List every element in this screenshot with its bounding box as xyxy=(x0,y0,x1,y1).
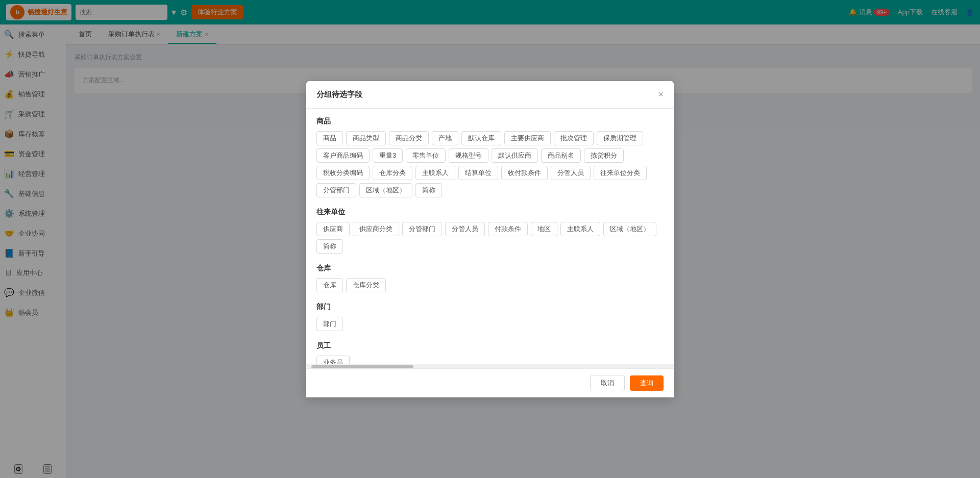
modal-close-button[interactable]: × xyxy=(658,89,664,100)
field-tag-partner-4[interactable]: 付款条件 xyxy=(488,222,528,236)
field-tag-goods-20[interactable]: 分管人员 xyxy=(551,166,591,180)
cancel-button[interactable]: 取消 xyxy=(590,375,625,391)
field-tag-goods-24[interactable]: 简称 xyxy=(415,183,442,197)
field-tag-goods-14[interactable]: 拣货积分 xyxy=(584,148,624,163)
field-tags-employee: 业务员 xyxy=(316,356,664,365)
field-tag-partner-8[interactable]: 简称 xyxy=(316,239,343,254)
modal-title: 分组待选字段 xyxy=(316,90,362,99)
field-tags-department: 部门 xyxy=(316,317,664,331)
modal-header: 分组待选字段 × xyxy=(306,81,674,109)
field-tag-goods-10[interactable]: 零售单位 xyxy=(406,148,446,163)
field-tag-partner-5[interactable]: 地区 xyxy=(531,222,557,236)
section-title-department: 部门 xyxy=(316,303,664,312)
modal-horizontal-scrollbar xyxy=(306,364,674,368)
field-tag-goods-9[interactable]: 重量3 xyxy=(373,148,403,163)
section-department: 部门部门 xyxy=(316,303,664,331)
modal-footer: 取消 查询 xyxy=(306,368,674,397)
field-select-modal: 分组待选字段 × 商品商品商品类型商品分类产地默认仓库主要供应商批次管理保质期管… xyxy=(306,81,674,397)
field-tags-partner: 供应商供应商分类分管部门分管人员付款条件地区主联系人区域（地区）简称 xyxy=(316,222,664,254)
field-tag-goods-1[interactable]: 商品类型 xyxy=(346,131,386,145)
field-tag-department-0[interactable]: 部门 xyxy=(316,317,343,331)
field-tag-goods-4[interactable]: 默认仓库 xyxy=(461,131,501,145)
field-tag-warehouse-1[interactable]: 仓库分类 xyxy=(346,278,386,292)
section-title-warehouse: 仓库 xyxy=(316,264,664,273)
field-tag-goods-11[interactable]: 规格型号 xyxy=(449,148,488,163)
confirm-button[interactable]: 查询 xyxy=(630,375,664,391)
field-tag-goods-8[interactable]: 客户商品编码 xyxy=(316,148,370,163)
field-tag-goods-21[interactable]: 往来单位分类 xyxy=(594,166,647,180)
field-tag-goods-3[interactable]: 产地 xyxy=(432,131,458,145)
field-tag-partner-2[interactable]: 分管部门 xyxy=(402,222,442,236)
section-title-partner: 往来单位 xyxy=(316,208,664,217)
field-tag-goods-2[interactable]: 商品分类 xyxy=(389,131,429,145)
field-tags-warehouse: 仓库仓库分类 xyxy=(316,278,664,292)
field-tag-goods-12[interactable]: 默认供应商 xyxy=(492,148,538,163)
field-tag-goods-5[interactable]: 主要供应商 xyxy=(504,131,551,145)
field-tag-partner-7[interactable]: 区域（地区） xyxy=(603,222,656,236)
field-tag-partner-3[interactable]: 分管人员 xyxy=(445,222,485,236)
section-partner: 往来单位供应商供应商分类分管部门分管人员付款条件地区主联系人区域（地区）简称 xyxy=(316,208,664,254)
field-tag-goods-19[interactable]: 收付款条件 xyxy=(501,166,548,180)
field-tag-employee-0[interactable]: 业务员 xyxy=(316,356,350,365)
modal-overlay: 分组待选字段 × 商品商品商品类型商品分类产地默认仓库主要供应商批次管理保质期管… xyxy=(0,0,980,478)
field-tag-goods-15[interactable]: 税收分类编码 xyxy=(316,166,370,180)
field-tag-goods-16[interactable]: 仓库分类 xyxy=(373,166,412,180)
field-tag-goods-0[interactable]: 商品 xyxy=(316,131,343,145)
field-tag-goods-7[interactable]: 保质期管理 xyxy=(597,131,643,145)
section-title-employee: 员工 xyxy=(316,341,664,350)
field-tag-partner-0[interactable]: 供应商 xyxy=(316,222,350,236)
modal-body[interactable]: 商品商品商品类型商品分类产地默认仓库主要供应商批次管理保质期管理客户商品编码重量… xyxy=(306,109,674,365)
field-tag-goods-6[interactable]: 批次管理 xyxy=(554,131,594,145)
field-tag-goods-13[interactable]: 商品别名 xyxy=(541,148,581,163)
field-tag-warehouse-0[interactable]: 仓库 xyxy=(316,278,343,292)
scrollbar-thumb xyxy=(311,365,413,368)
section-employee: 员工业务员 xyxy=(316,341,664,365)
field-tags-goods: 商品商品类型商品分类产地默认仓库主要供应商批次管理保质期管理客户商品编码重量3零… xyxy=(316,131,664,197)
field-tag-goods-22[interactable]: 分管部门 xyxy=(316,183,356,197)
section-warehouse: 仓库仓库仓库分类 xyxy=(316,264,664,292)
section-title-goods: 商品 xyxy=(316,117,664,126)
field-tag-goods-18[interactable]: 结算单位 xyxy=(458,166,498,180)
section-goods: 商品商品商品类型商品分类产地默认仓库主要供应商批次管理保质期管理客户商品编码重量… xyxy=(316,117,664,197)
field-tag-goods-17[interactable]: 主联系人 xyxy=(415,166,455,180)
field-tag-goods-23[interactable]: 区域（地区） xyxy=(359,183,412,197)
field-tag-partner-1[interactable]: 供应商分类 xyxy=(353,222,399,236)
field-tag-partner-6[interactable]: 主联系人 xyxy=(560,222,600,236)
